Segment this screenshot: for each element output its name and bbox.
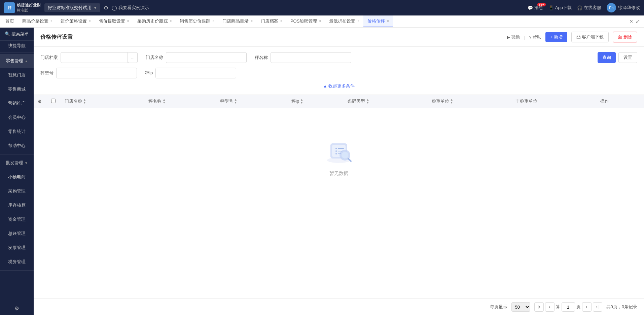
- sidebar-item-retail-stats[interactable]: 零售统计: [0, 125, 34, 139]
- tab-min-discount[interactable]: 最低折扣设置 ×: [325, 15, 363, 27]
- th-scale-ip[interactable]: 秤ip ▲▼: [287, 95, 344, 108]
- sidebar-item-retail-mall[interactable]: 零售商城: [0, 82, 34, 96]
- tab-sale-history[interactable]: 销售历史价跟踪 ×: [176, 15, 218, 27]
- tab-sale-extract[interactable]: 售价提取设置 ×: [95, 15, 133, 27]
- tab-store-catalog[interactable]: 门店商品目录 ×: [218, 15, 257, 27]
- current-page-input[interactable]: [562, 302, 575, 312]
- tab-min-discount-close[interactable]: ×: [357, 19, 359, 23]
- th-scale-ip-sort[interactable]: 秤ip ▲▼: [291, 98, 339, 104]
- add-button[interactable]: + 新增: [545, 32, 567, 42]
- app-download-button[interactable]: 📱 App下载: [548, 5, 572, 11]
- th-scale-model-sort[interactable]: 秤型号 ▲▼: [220, 98, 283, 104]
- prev-page-button[interactable]: ‹: [545, 302, 554, 312]
- collapse-filter-button[interactable]: ▲ 收起更多条件: [323, 83, 355, 89]
- scale-ip-label: 秤ip: [145, 70, 153, 76]
- tab-store-archive-close[interactable]: ×: [280, 19, 282, 23]
- sidebar-settings-bottom[interactable]: ⚙: [0, 302, 34, 315]
- sidebar-item-tax-manage[interactable]: 税务管理: [0, 255, 34, 269]
- tab-purchase-history-label: 采购历史价跟踪: [137, 18, 168, 24]
- sidebar-item-inventory[interactable]: 库存核算: [0, 198, 34, 212]
- th-scale-name[interactable]: 秤名称 ▲▼: [144, 95, 216, 108]
- version-selector[interactable]: 好业财标准版交付试用 ▼: [44, 3, 100, 12]
- scale-ip-input[interactable]: [155, 68, 236, 78]
- sidebar-search[interactable]: 🔍 搜索菜单: [0, 28, 34, 41]
- message-button[interactable]: 💬 消息 99+: [528, 5, 543, 11]
- sidebar-item-purchase-manage[interactable]: 采购管理: [0, 184, 34, 198]
- logo-area: 好 畅捷通好业财 标准版: [4, 2, 41, 13]
- sidebar-quick-nav[interactable]: 快捷导航: [0, 41, 34, 51]
- sidebar-item-invoice-manage[interactable]: 发票管理: [0, 241, 34, 255]
- first-page-button[interactable]: |‹: [534, 302, 544, 312]
- th-barcode-type-sort[interactable]: 条码类型 ▲▼: [348, 98, 423, 104]
- tab-purchase-history-close[interactable]: ×: [170, 19, 172, 23]
- empty-state: 暂无数据: [38, 111, 640, 204]
- store-name-input[interactable]: [166, 52, 247, 63]
- tab-purchase-history[interactable]: 采购历史价跟踪 ×: [133, 15, 176, 27]
- video-link[interactable]: ▶ 视频: [507, 34, 520, 40]
- tab-pos-manage[interactable]: POS加密管理 ×: [286, 15, 325, 27]
- query-button[interactable]: 查询: [598, 52, 616, 63]
- user-menu[interactable]: Ea 徐泽华修改: [607, 3, 640, 12]
- help-link[interactable]: ? 帮助: [529, 34, 541, 40]
- sidebar-item-capital-manage[interactable]: 资金管理: [0, 212, 34, 226]
- sort-arrows-weight-unit: ▲▼: [450, 98, 453, 104]
- tab-sale-history-close[interactable]: ×: [212, 19, 214, 23]
- sidebar-divider-1: [0, 52, 34, 53]
- tab-home[interactable]: 首页: [1, 15, 18, 27]
- per-page-select[interactable]: 10 20 50 100: [511, 302, 530, 312]
- sidebar-item-retail-manage[interactable]: 零售管理 ▲: [0, 54, 34, 68]
- tab-close-current-button[interactable]: ×: [630, 19, 633, 25]
- selector-settings-icon[interactable]: ⚙: [104, 5, 108, 11]
- th-barcode-type[interactable]: 条码类型 ▲▼: [344, 95, 427, 108]
- next-page-icon: ›: [586, 305, 587, 309]
- sidebar-item-help-center[interactable]: 帮助中心: [0, 139, 34, 153]
- th-scale-model[interactable]: 秤型号 ▲▼: [216, 95, 287, 108]
- sidebar-item-member-center-label: 会员中心: [8, 114, 26, 120]
- sidebar-item-member-center[interactable]: 会员中心: [0, 110, 34, 125]
- tab-purchase-strategy[interactable]: 进价策略设置 ×: [57, 15, 95, 27]
- delete-button[interactable]: 面 删除: [613, 32, 637, 42]
- sidebar-item-smart-store[interactable]: 智慧门店: [0, 68, 34, 82]
- prev-page-icon: ‹: [549, 305, 550, 309]
- table-settings-icon: ⚙: [38, 99, 42, 104]
- tab-sale-extract-close[interactable]: ×: [127, 19, 129, 23]
- tab-purchase-strategy-close[interactable]: ×: [89, 19, 91, 23]
- app-name: 畅捷通好业财: [17, 3, 41, 8]
- download-button-label: 凸 客户端下载: [576, 34, 604, 40]
- sidebar-item-wholesale-manage[interactable]: 批发管理 ▼: [0, 156, 34, 170]
- th-weight-unit[interactable]: 称重单位 ▲▼: [428, 95, 511, 108]
- tab-price-scale-close[interactable]: ×: [387, 19, 389, 23]
- sidebar-item-xiaochu-ec[interactable]: 小畅电商: [0, 170, 34, 184]
- th-weight-unit-sort[interactable]: 称重单位 ▲▼: [432, 98, 507, 104]
- demo-button[interactable]: 我要看实例演示: [112, 5, 149, 11]
- sidebar-quick-nav-label: 快捷导航: [8, 43, 26, 48]
- th-store-name[interactable]: 门店名称 ▲▼: [61, 95, 144, 108]
- last-page-button[interactable]: ›|: [593, 302, 602, 312]
- store-archive-input[interactable]: [61, 52, 128, 63]
- tab-store-catalog-close[interactable]: ×: [251, 19, 253, 23]
- store-archive-select-button[interactable]: ...: [128, 52, 138, 63]
- add-button-label: + 新增: [550, 34, 563, 40]
- sidebar-item-marketing[interactable]: 营销推广: [0, 96, 34, 110]
- page-label: 算: [556, 304, 560, 310]
- tab-store-archive[interactable]: 门店档案 ×: [257, 15, 286, 27]
- scale-model-input[interactable]: [56, 68, 137, 78]
- download-button[interactable]: 凸 客户端下载: [571, 32, 609, 42]
- tab-fullscreen-button[interactable]: ⤢: [636, 18, 640, 25]
- th-settings[interactable]: ⚙: [34, 95, 47, 108]
- tab-commodity-price[interactable]: 商品价格设置 ×: [18, 15, 57, 27]
- settings-button[interactable]: 设置: [618, 52, 637, 63]
- th-store-name-sort[interactable]: 门店名称 ▲▼: [65, 98, 140, 104]
- user-initials: Ea: [609, 6, 613, 10]
- select-all-checkbox[interactable]: [51, 99, 56, 103]
- th-scale-name-sort[interactable]: 秤名称 ▲▼: [148, 98, 212, 104]
- delete-button-label: 面 删除: [618, 34, 632, 40]
- next-page-button[interactable]: ›: [582, 302, 592, 312]
- scale-name-input[interactable]: [271, 52, 351, 63]
- online-service-button[interactable]: 🎧 在线客服: [577, 5, 601, 11]
- tab-commodity-price-close[interactable]: ×: [50, 19, 52, 23]
- tab-pos-manage-close[interactable]: ×: [319, 19, 321, 23]
- version-selector-label: 好业财标准版交付试用: [48, 5, 92, 11]
- sidebar-item-general-ledger[interactable]: 总账管理: [0, 226, 34, 241]
- tab-price-scale[interactable]: 价格传秤 ×: [363, 15, 393, 27]
